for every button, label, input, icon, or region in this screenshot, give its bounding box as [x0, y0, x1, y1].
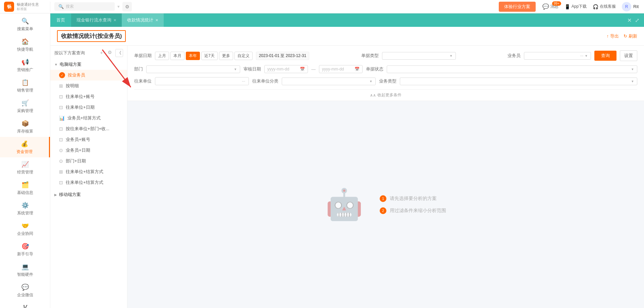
- sidebar-item-wechat[interactable]: 💬 企业微信: [0, 280, 50, 301]
- left-panel-icons: + ⚙ 《: [99, 49, 123, 57]
- sidebar-item-search-menu[interactable]: 🔍 搜索菜单: [0, 13, 50, 35]
- sidebar-item-enterprise[interactable]: 🤝 企业协同: [0, 219, 50, 239]
- sidebar-item-sales[interactable]: 📋 销售管理: [0, 75, 50, 96]
- doc-status-select[interactable]: ▾: [387, 65, 637, 73]
- dept-select[interactable]: ▾: [146, 65, 240, 73]
- page-header: 收款情况统计(按业务员) ↑导出 ↻刷新: [50, 27, 644, 46]
- export-btn[interactable]: ↑导出: [607, 33, 619, 39]
- doc-type-select[interactable]: ▾: [382, 52, 456, 60]
- empty-step-2: 2 用过滤条件来缩小分析范围: [380, 207, 446, 214]
- filter-row-1: 单据日期 上月 本月 本年 近7天 更多 自定义 2023-01-01 至 20…: [134, 50, 637, 61]
- sidebar-item-tutorial[interactable]: 🎯 新手引导: [0, 239, 50, 260]
- sidebar-item-quick-nav[interactable]: 🏠 快捷导航: [0, 35, 50, 55]
- date-btn-custom[interactable]: 自定义: [234, 52, 253, 60]
- empty-step-1-text: 请先选择要分析的方案: [390, 196, 437, 202]
- step-num-1: 1: [380, 195, 386, 202]
- review-date-start-input[interactable]: yyyy-mm-dd 📅: [264, 65, 308, 73]
- business-type-select[interactable]: ▾: [400, 78, 637, 85]
- tab-collection-stats[interactable]: 收款情况统计 ✕: [122, 13, 164, 27]
- date-btn-last-month[interactable]: 上月: [155, 52, 169, 60]
- trial-btn[interactable]: 体验行业方案: [499, 2, 536, 12]
- dept-label: 部门: [134, 66, 143, 72]
- date-btn-this-year[interactable]: 本年: [186, 52, 200, 60]
- scheme-item-by-salesperson-icon: ✓: [59, 72, 65, 78]
- sidebar-item-basic-info[interactable]: 🗂️ 基础信息: [0, 178, 50, 198]
- window-close-btn[interactable]: ✕: [627, 17, 632, 23]
- mobile-group-title[interactable]: ▶ 移动端方案: [50, 189, 127, 200]
- mobile-scheme-group: ▶ 移动端方案: [50, 189, 127, 200]
- collapse-panel-btn[interactable]: 《: [115, 49, 123, 57]
- sidebar-item-member[interactable]: V 畅会员: [0, 301, 50, 308]
- scheme-item-partner-payment1[interactable]: ⊞ 往来单位+结算方式: [50, 166, 127, 177]
- desktop-group-label: 电脑端方案: [60, 61, 82, 67]
- scheme-item-partner-date[interactable]: ⊡ 往来单位+日期: [50, 102, 127, 113]
- scheme-item-partner-payment2-label: 往来单位+结算方式: [66, 179, 103, 186]
- page-title: 收款情况统计(按业务员): [57, 30, 126, 42]
- sidebar-item-inventory[interactable]: 📦 库存核算: [0, 116, 50, 137]
- scheme-item-by-detail[interactable]: ⊞ 按明细: [50, 81, 127, 91]
- step-num-2: 2: [380, 207, 386, 214]
- user-area[interactable]: R Rit: [622, 2, 639, 11]
- sidebar-item-operations[interactable]: 📈 经营管理: [0, 157, 50, 178]
- topbar-settings-btn[interactable]: ⚙: [122, 2, 132, 11]
- desktop-scheme-group: ▼ 电脑端方案 ✓ 按业务员 ⊞ 按明细: [50, 59, 127, 188]
- scheme-item-by-salesperson[interactable]: ✓ 按业务员: [50, 70, 127, 81]
- right-content: 单据日期 上月 本月 本年 近7天 更多 自定义 2023-01-01 至 20…: [127, 46, 644, 308]
- date-btn-more[interactable]: 更多: [219, 52, 233, 60]
- scheme-item-salesperson-payment-icon: 📊: [59, 115, 65, 121]
- search-bar-area: 🔍 搜索 ▾ ⚙: [50, 2, 499, 11]
- desktop-group-title[interactable]: ▼ 电脑端方案: [50, 59, 127, 70]
- review-date-label: 审核日期: [244, 66, 261, 72]
- settings-btn[interactable]: 设置: [620, 50, 637, 61]
- scheme-item-partner-payment2[interactable]: ⊡ 往来单位+结算方式: [50, 177, 127, 188]
- add-scheme-btn[interactable]: +: [99, 49, 104, 57]
- scheme-item-salesperson-date[interactable]: ⊙ 业务员+日期: [50, 145, 127, 156]
- empty-illustration: 🤖: [325, 187, 363, 222]
- scheme-item-salesperson-account[interactable]: ⊡ 业务员+账号: [50, 134, 127, 145]
- tab-home[interactable]: 首页: [50, 13, 71, 27]
- scheme-item-salesperson-payment[interactable]: 📊 业务员+结算方式: [50, 113, 127, 123]
- collapse-more-btn[interactable]: ∧∧ 收起更多条件: [134, 89, 637, 101]
- app-download-btn[interactable]: 📱 App下载: [565, 4, 587, 9]
- scheme-item-salesperson-account-label: 业务员+账号: [66, 137, 90, 143]
- window-maximize-btn[interactable]: ⤢: [635, 17, 639, 23]
- logo-area: 畅 畅捷通好生意 标准版: [0, 2, 50, 12]
- scheme-item-dept-date[interactable]: ⊙ 部门+日期: [50, 156, 127, 166]
- tab-bank-flow[interactable]: 现金银行流水查询 ✕: [71, 13, 122, 27]
- partner-category-select[interactable]: ▾: [282, 78, 376, 85]
- sidebar-item-finance[interactable]: 💰 资金管理: [0, 137, 50, 157]
- logo-text: 畅捷通好生意 标准版: [17, 2, 39, 11]
- topbar-dropdown-icon[interactable]: ▾: [117, 4, 120, 9]
- messages-btn[interactable]: 💬 99+ 消息: [542, 3, 558, 10]
- sidebar-item-system[interactable]: ⚙️ 系统管理: [0, 198, 50, 219]
- sidebar-item-smart-hw[interactable]: 💻 智能硬件: [0, 260, 50, 280]
- review-date-end-input[interactable]: yyyy-mm-dd 📅: [319, 65, 363, 73]
- doc-type-label: 单据类型: [361, 53, 379, 59]
- partner-label: 往来单位: [134, 78, 152, 84]
- scheme-item-partner-dept-collect[interactable]: ⊡ 按往来单位+部门+收...: [50, 123, 127, 134]
- left-panel-header-label: 按以下方案查询: [54, 50, 85, 56]
- scheme-item-salesperson-date-label: 业务员+日期: [66, 147, 90, 153]
- date-btn-this-month[interactable]: 本月: [170, 52, 184, 60]
- doc-status-label: 单据状态: [366, 66, 383, 72]
- partner-input[interactable]: ···: [155, 77, 249, 85]
- scheme-item-partner-account-icon: ⊡: [59, 94, 63, 99]
- salesperson-select[interactable]: ··· ▾: [524, 52, 591, 60]
- online-service-btn[interactable]: 🎧 在线客服: [593, 4, 616, 9]
- sidebar-item-marketing[interactable]: 📢 营销推广: [0, 55, 50, 75]
- top-search[interactable]: 🔍 搜索: [54, 2, 115, 11]
- scheme-item-partner-account[interactable]: ⊡ 往来单位+账号: [50, 91, 127, 102]
- scheme-item-dept-date-icon: ⊙: [59, 158, 63, 164]
- avatar: R: [622, 2, 631, 11]
- tab-bank-flow-label: 现金银行流水查询: [76, 17, 111, 23]
- query-btn[interactable]: 查询: [594, 51, 616, 61]
- mobile-group-label: 移动端方案: [59, 192, 81, 198]
- date-btn-last-7-days[interactable]: 近7天: [201, 52, 218, 60]
- scheme-settings-btn[interactable]: ⚙: [106, 49, 113, 57]
- tab-collection-stats-close[interactable]: ✕: [155, 18, 158, 22]
- tab-bank-flow-close[interactable]: ✕: [113, 18, 116, 22]
- page-body: 按以下方案查询 + ⚙ 《 ▼ 电脑端方案: [50, 46, 644, 308]
- scheme-item-by-detail-icon: ⊞: [59, 83, 63, 89]
- refresh-btn[interactable]: ↻刷新: [624, 33, 637, 39]
- sidebar-item-purchase[interactable]: 🛒 采购管理: [0, 96, 50, 116]
